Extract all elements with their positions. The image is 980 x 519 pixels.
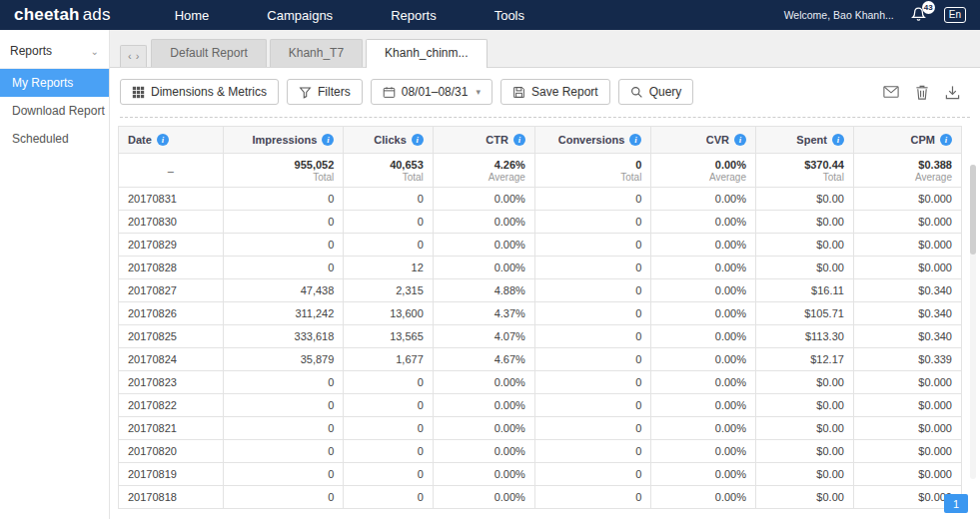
sidebar-item-scheduled[interactable]: Scheduled	[0, 125, 109, 153]
row-value-cell: 0	[223, 486, 344, 509]
main-content: ‹ › Default ReportKhanh_T7Khanh_chinm...…	[110, 30, 980, 519]
row-value-cell: $0.000	[853, 463, 961, 486]
column-header-ctr[interactable]: CTRi	[433, 127, 534, 154]
row-value-cell: 4.88%	[433, 279, 534, 302]
column-header-conversions[interactable]: Conversionsi	[534, 127, 650, 154]
row-value-cell: 0	[534, 325, 650, 348]
column-header-date[interactable]: Datei	[119, 127, 224, 154]
table-row: 20170821000.00%00.00%$0.00$0.000	[119, 417, 962, 440]
total-value: 0	[544, 159, 641, 171]
total-value: 0.00%	[660, 159, 746, 171]
row-value-cell: 0.00%	[433, 394, 534, 417]
app-logo[interactable]: cheetahads	[14, 5, 111, 25]
info-icon[interactable]: i	[734, 134, 746, 146]
info-icon[interactable]: i	[940, 134, 952, 146]
total-cell: 955,052Total	[223, 154, 344, 188]
notifications-bell-icon[interactable]: 43	[910, 6, 928, 24]
info-icon[interactable]: i	[157, 134, 169, 146]
row-value-cell: 0	[223, 257, 344, 279]
welcome-text[interactable]: Welcome, Bao Khanh...	[784, 9, 894, 21]
row-value-cell: 0.00%	[433, 463, 534, 486]
total-cell: $370.44Total	[756, 154, 854, 188]
column-header-clicks[interactable]: Clicksi	[344, 127, 433, 154]
save-report-button[interactable]: Save Report	[500, 79, 610, 105]
table-row: 201708280120.00%00.00%$0.00$0.000	[119, 257, 962, 279]
tab-default-report[interactable]: Default Report	[151, 39, 266, 67]
email-report-icon[interactable]	[883, 85, 899, 99]
table-row: 20170819000.00%00.00%$0.00$0.000	[119, 463, 962, 486]
language-selector[interactable]: En	[944, 7, 966, 23]
row-value-cell: 0.00%	[651, 394, 756, 417]
column-header-impressions[interactable]: Impressionsi	[223, 127, 344, 154]
dimensions-metrics-button[interactable]: Dimensions & Metrics	[120, 79, 279, 105]
total-cell: $0.388Average	[853, 154, 961, 188]
row-value-cell: $105.71	[756, 302, 854, 325]
sidebar-items: My ReportsDownload ReportScheduled	[0, 69, 109, 153]
table-body: –955,052Total40,653Total4.26%Average0Tot…	[119, 154, 962, 509]
sidebar-item-my-reports[interactable]: My Reports	[0, 69, 109, 97]
table-vertical-scrollbar[interactable]	[970, 165, 976, 479]
row-value-cell: 0	[344, 463, 433, 486]
nav-item-campaigns[interactable]: Campaigns	[263, 6, 337, 25]
row-value-cell: 0	[223, 371, 344, 394]
column-header-label: CVR	[706, 134, 729, 146]
column-header-spent[interactable]: Spenti	[756, 127, 854, 154]
delete-report-icon[interactable]	[915, 85, 929, 100]
row-value-cell: 0.00%	[651, 348, 756, 371]
row-value-cell: $0.00	[756, 211, 854, 234]
tab-scroll-left-icon[interactable]: ‹	[128, 50, 132, 62]
scrollbar-thumb[interactable]	[970, 165, 976, 255]
row-date-cell: 20170828	[119, 257, 224, 279]
filters-button[interactable]: Filters	[287, 79, 363, 105]
notification-count-badge: 43	[922, 1, 935, 14]
logo-text-bold: cheetah	[14, 5, 80, 24]
nav-item-reports[interactable]: Reports	[387, 6, 441, 25]
total-value: $370.44	[765, 159, 844, 171]
row-date-cell: 20170821	[119, 417, 224, 440]
save-icon	[512, 86, 525, 99]
info-icon[interactable]: i	[322, 134, 334, 146]
save-report-label: Save Report	[531, 85, 598, 99]
total-row-date: –	[119, 154, 224, 188]
row-value-cell: 0	[223, 234, 344, 257]
nav-items: HomeCampaignsReportsTools	[171, 6, 528, 25]
nav-item-home[interactable]: Home	[171, 6, 214, 25]
tab-khanh-chinm[interactable]: Khanh_chinm...	[366, 39, 487, 68]
tab-scroll-right-icon[interactable]: ›	[136, 50, 140, 62]
column-header-cpm[interactable]: CPMi	[853, 127, 961, 154]
download-report-icon[interactable]	[945, 85, 960, 100]
column-header-cvr[interactable]: CVRi	[651, 127, 756, 154]
info-icon[interactable]: i	[629, 134, 641, 146]
query-button[interactable]: Query	[618, 79, 694, 105]
column-header-label: Impressions	[253, 134, 318, 146]
pagination-page-1[interactable]: 1	[944, 494, 968, 513]
column-header-label: Conversions	[558, 134, 625, 146]
row-value-cell: 0	[344, 371, 433, 394]
info-icon[interactable]: i	[412, 134, 424, 146]
info-icon[interactable]: i	[513, 134, 525, 146]
sidebar-item-download-report[interactable]: Download Report	[0, 97, 109, 125]
row-date-cell: 20170819	[119, 463, 224, 486]
row-value-cell: $0.000	[853, 188, 961, 211]
row-value-cell: $0.00	[756, 234, 854, 257]
row-date-cell: 20170831	[119, 188, 224, 211]
navbar-right: Welcome, Bao Khanh... 43 En	[784, 6, 966, 24]
total-sublabel: Total	[233, 172, 335, 183]
date-range-button[interactable]: 08/01–08/31 ▾	[371, 79, 492, 105]
tab-scroll-arrows[interactable]: ‹ ›	[120, 45, 147, 67]
row-date-cell: 20170822	[119, 394, 224, 417]
info-icon[interactable]: i	[832, 134, 844, 146]
row-value-cell: 12	[344, 257, 433, 279]
sidebar-section-reports[interactable]: Reports ⌄	[0, 30, 109, 69]
row-value-cell: $0.340	[853, 279, 961, 302]
tab-khanh-t7[interactable]: Khanh_T7	[270, 39, 363, 67]
row-value-cell: $0.339	[853, 348, 961, 371]
query-label: Query	[649, 85, 682, 99]
nav-item-tools[interactable]: Tools	[490, 6, 528, 25]
row-value-cell: $0.000	[853, 257, 961, 279]
column-header-label: CPM	[911, 134, 935, 146]
table-row: 20170829000.00%00.00%$0.00$0.000	[119, 234, 962, 257]
sidebar-section-label: Reports	[10, 44, 52, 58]
row-date-cell: 20170829	[119, 234, 224, 257]
row-value-cell: 0	[534, 302, 650, 325]
